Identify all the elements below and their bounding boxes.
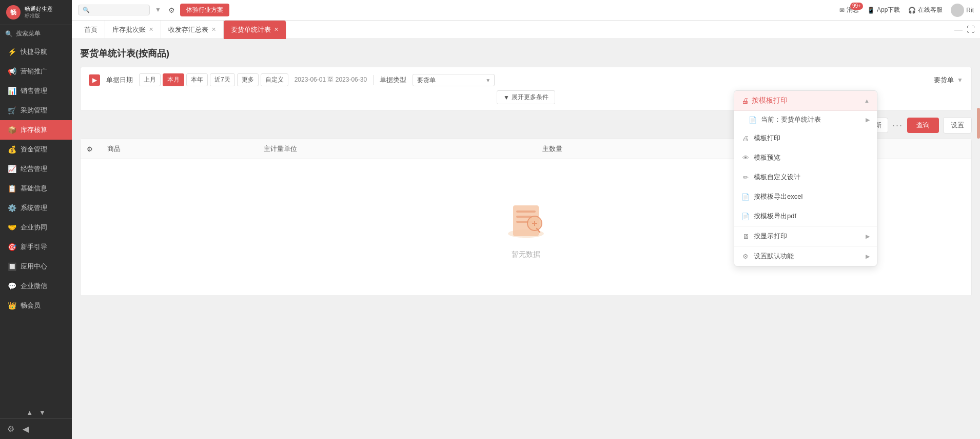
date-current-month-btn[interactable]: 本月 — [163, 73, 184, 86]
sidebar-item-label: 新手引导 — [21, 242, 47, 252]
empty-illustration — [503, 195, 549, 241]
tab-collection-summary[interactable]: 收发存汇总表 ✕ — [161, 21, 224, 39]
headset-icon: 🎧 — [908, 7, 916, 14]
message-icon: ✉ — [839, 7, 845, 14]
sidebar-item-label: 应用中心 — [21, 262, 47, 271]
sidebar-item-label: 畅会员 — [21, 301, 41, 310]
date-current-year-btn[interactable]: 本年 — [186, 73, 208, 86]
tab-requisition-stats[interactable]: 要货单统计表 ✕ — [224, 21, 286, 39]
tab-requisition-stats-close[interactable]: ✕ — [274, 26, 279, 33]
app-center-icon: 🔲 — [7, 262, 16, 271]
col-gear: ⚙ — [81, 139, 101, 159]
date-last-7-days-btn[interactable]: 近7天 — [210, 73, 235, 86]
sidebar-item-guide[interactable]: 🎯 新手引导 — [0, 237, 72, 257]
sidebar-item-label: 资金管理 — [21, 145, 47, 154]
date-more-btn[interactable]: 更多 — [237, 73, 259, 86]
sidebar: 畅 畅通好生意 标准版 🔍 搜索菜单 ⚡ 快捷导航 📢 营销推广 📊 销售管理 … — [0, 0, 72, 439]
system-icon: ⚙️ — [7, 204, 16, 212]
collapse-icon[interactable]: ◀ — [23, 424, 29, 434]
settings-icon[interactable]: ⚙ — [7, 424, 14, 434]
sidebar-item-sales[interactable]: 📊 销售管理 — [0, 81, 72, 101]
tab-minimize-icon[interactable]: — — [954, 25, 963, 34]
col-unit: 主计量单位 — [258, 139, 536, 159]
print-dropdown-menu: 🖨 按模板打印 ▲ 📄 当前：要货单统计表 ▶ 🖨 模板打印 👁 模板预览 — [734, 90, 877, 266]
dropdown-item-set-default[interactable]: ⚙ 设置默认功能 ▶ — [734, 246, 877, 266]
dropdown-item-export-pdf[interactable]: 📄 按模板导出pdf — [734, 206, 877, 226]
tab-maximize-icon[interactable]: ⛶ — [967, 25, 975, 34]
topbar-gear-icon[interactable]: ⚙ — [168, 6, 175, 14]
dropdown-collapse-icon[interactable]: ▲ — [864, 98, 870, 104]
display-print-icon: 🖥 — [741, 233, 750, 240]
filter-divider — [373, 75, 374, 85]
tab-requisition-stats-label: 要货单统计表 — [231, 25, 271, 34]
content-area: 要货单统计表(按商品) ▶ 单据日期 上月 本月 本年 近7天 更多 自定义 2… — [72, 39, 980, 439]
sidebar-item-member[interactable]: 👑 畅会员 — [0, 296, 72, 315]
expand-more-btn[interactable]: ▼ 展开更多条件 — [497, 90, 555, 104]
yaohuo-dropdown-icon[interactable]: ▼ — [957, 77, 963, 84]
sales-icon: 📊 — [7, 87, 16, 95]
sidebar-item-purchase[interactable]: 🛒 采购管理 — [0, 101, 72, 120]
column-settings-icon[interactable]: ⚙ — [87, 145, 93, 153]
sidebar-item-app-center[interactable]: 🔲 应用中心 — [0, 257, 72, 276]
sidebar-item-operation[interactable]: 📈 经营管理 — [0, 159, 72, 179]
tab-inventory-batch-close[interactable]: ✕ — [149, 26, 153, 33]
type-select[interactable]: 要货单 — [413, 74, 495, 86]
scrollbar-track — [977, 103, 980, 257]
avatar — [951, 4, 964, 17]
scroll-up-btn[interactable]: ▲ — [26, 409, 33, 416]
search-icon: 🔍 — [5, 30, 13, 37]
dropdown-title: 按模板打印 — [752, 96, 788, 105]
trial-btn[interactable]: 体验行业方案 — [180, 4, 229, 16]
col-goods: 商品 — [101, 139, 258, 159]
dropdown-header: 🖨 按模板打印 ▲ — [734, 91, 877, 111]
marketing-icon: 📢 — [7, 67, 16, 75]
tab-collection-summary-close[interactable]: ✕ — [211, 26, 216, 33]
query-btn[interactable]: 查询 — [907, 118, 939, 133]
topbar-search-box[interactable]: 🔍 — [78, 5, 150, 15]
dropdown-item-label: 模板预览 — [754, 153, 780, 162]
yaohuo-filter: 要货单 ▼ — [934, 75, 963, 85]
dropdown-item-template-design[interactable]: ✏ 模板自定义设计 — [734, 167, 877, 187]
expand-arrow-icon: ▶ — [92, 77, 97, 84]
display-print-arrow-icon: ▶ — [866, 233, 870, 240]
dropdown-current-item[interactable]: 📄 当前：要货单统计表 ▶ — [734, 111, 877, 128]
date-prev-month-btn[interactable]: 上月 — [139, 73, 161, 86]
template-preview-icon: 👁 — [741, 154, 750, 162]
sidebar-item-wechat[interactable]: 💬 企业微信 — [0, 276, 72, 296]
scroll-down-btn[interactable]: ▼ — [39, 409, 46, 416]
dropdown-item-export-excel[interactable]: 📄 按模板导出excel — [734, 187, 877, 206]
dropdown-item-template-preview[interactable]: 👁 模板预览 — [734, 148, 877, 167]
sidebar-item-basic[interactable]: 📋 基础信息 — [0, 179, 72, 198]
tab-inventory-batch[interactable]: 库存批次账 ✕ — [105, 21, 161, 39]
sidebar-item-quick-nav[interactable]: ⚡ 快捷导航 — [0, 42, 72, 62]
topbar-dropdown-icon[interactable]: ▼ — [155, 6, 163, 14]
dropdown-item-display-print[interactable]: 🖥 按显示打印 ▶ — [734, 226, 877, 246]
filter-expand-toggle[interactable]: ▶ — [89, 74, 100, 86]
online-service-btn[interactable]: 🎧 在线客服 — [908, 6, 943, 14]
date-custom-btn[interactable]: 自定义 — [261, 73, 288, 86]
sidebar-item-system[interactable]: ⚙️ 系统管理 — [0, 198, 72, 218]
tab-home[interactable]: 首页 — [77, 21, 105, 39]
tabbar-actions: — ⛶ — [954, 25, 975, 34]
sidebar-item-inventory[interactable]: 📦 库存核算 — [0, 120, 72, 140]
empty-text: 暂无数据 — [512, 250, 540, 259]
filter-row-1: ▶ 单据日期 上月 本月 本年 近7天 更多 自定义 2023-06-01 至 … — [89, 73, 963, 86]
guide-icon: 🎯 — [7, 243, 16, 251]
more-options-btn[interactable]: ··· — [892, 120, 903, 131]
page-title: 要货单统计表(按商品) — [80, 47, 972, 60]
app-download-icon: 📱 — [867, 7, 875, 14]
sidebar-item-collab[interactable]: 🤝 企业协同 — [0, 218, 72, 237]
svg-rect-3 — [516, 216, 532, 218]
app-download-btn[interactable]: 📱 App下载 — [867, 6, 900, 14]
scrollbar-thumb[interactable] — [977, 108, 980, 139]
sidebar-item-label: 经营管理 — [21, 164, 47, 174]
purchase-icon: 🛒 — [7, 106, 16, 114]
dropdown-item-template-print[interactable]: 🖨 模板打印 — [734, 128, 877, 148]
sidebar-search[interactable]: 🔍 搜索菜单 — [0, 25, 72, 42]
setting-btn[interactable]: 设置 — [943, 117, 972, 133]
app-download-label: App下载 — [877, 6, 900, 14]
sidebar-item-marketing[interactable]: 📢 营销推广 — [0, 62, 72, 81]
user-avatar[interactable]: Rit — [951, 4, 974, 17]
sidebar-item-finance[interactable]: 💰 资金管理 — [0, 140, 72, 159]
message-btn[interactable]: ✉ 消息 99+ — [839, 6, 859, 14]
